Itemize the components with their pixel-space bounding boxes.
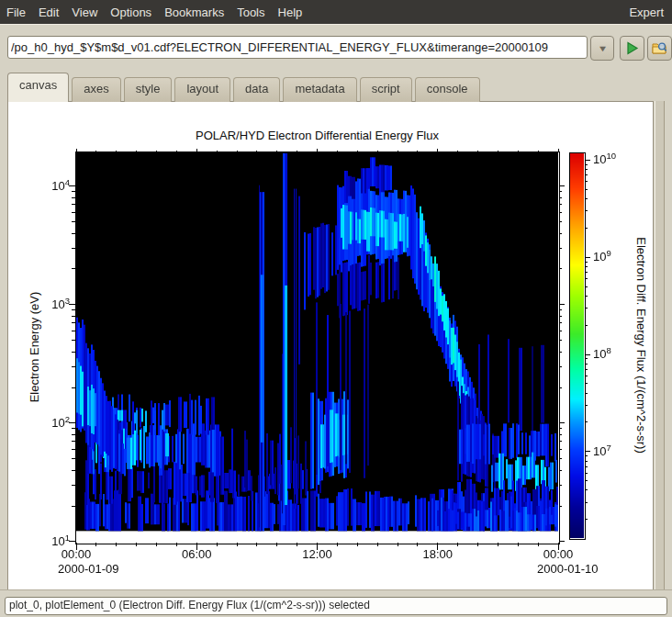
menu-items: FileEditViewOptionsBookmarksToolsHelp [0,6,308,19]
menu-options[interactable]: Options [104,6,158,19]
menu-edit[interactable]: Edit [32,6,65,19]
tab-canvas[interactable]: canvas [7,73,69,102]
menu-view[interactable]: View [65,6,104,19]
chevron-down-icon: ▼ [597,44,608,53]
plot-go-button[interactable] [620,36,644,61]
colorbar[interactable] [569,152,586,540]
menu-file[interactable]: File [0,6,32,19]
address-toolbar: ▼ [0,24,672,74]
tab-data[interactable]: data [233,77,280,102]
play-icon [625,41,639,55]
tab-axes[interactable]: axes [72,77,120,102]
colorbar-canvas [570,153,584,538]
tab-script[interactable]: script [360,77,412,102]
panel-tab-bar: canvasaxesstylelayoutdatametadatascriptc… [7,73,483,102]
y-axis-label: Electron Energy (eV) [28,292,41,403]
data-inspect-button[interactable] [647,36,672,61]
tab-style[interactable]: style [124,77,173,102]
spectrogram-plot[interactable] [75,151,560,544]
panel-splitter[interactable] [655,101,665,589]
expert-mode-label[interactable]: Expert [629,6,672,19]
tab-console[interactable]: console [415,77,480,102]
menu-bookmarks[interactable]: Bookmarks [158,6,230,19]
status-bar: plot_0, plotElement_0 (Electron Diff. En… [0,589,672,617]
menu-tools[interactable]: Tools [230,6,271,19]
menu-help[interactable]: Help [272,6,309,19]
plot-title: POLAR/HYD Electron Differential Energy F… [76,129,558,142]
menu-bar: FileEditViewOptionsBookmarksToolsHelp Ex… [0,0,672,24]
tab-metadata[interactable]: metadata [283,77,356,102]
status-message: plot_0, plotElement_0 (Electron Diff. En… [5,597,667,615]
folder-search-icon [652,41,667,55]
colorbar-label: Electron Diff. Energy Flux (1/(cm^2-s-sr… [634,237,648,454]
uri-input[interactable] [7,36,588,59]
application-window: FileEditViewOptionsBookmarksToolsHelp Ex… [0,0,672,617]
spectrogram-canvas[interactable] [76,152,558,543]
uri-history-dropdown-button[interactable]: ▼ [590,36,614,61]
tab-layout[interactable]: layout [174,77,230,102]
